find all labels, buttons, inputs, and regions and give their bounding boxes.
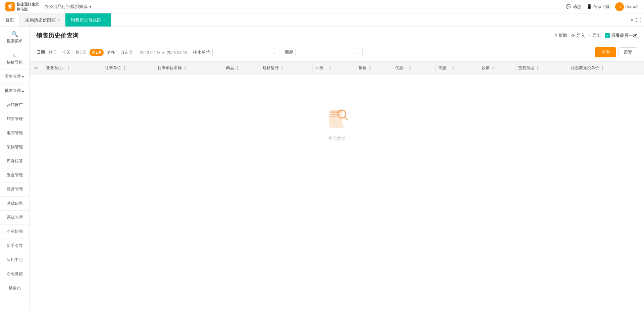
- sidebar-item-retail[interactable]: 零售管理 ▼: [0, 70, 29, 84]
- page-title: 销售历史价查询: [36, 32, 78, 40]
- topbar-left: 畅 畅捷通好生意 标准版 办公用品行业模拟账套 ▾: [5, 2, 94, 11]
- close-all-tabs-btn[interactable]: ×: [631, 17, 633, 23]
- date-more-btn[interactable]: 更多: [105, 49, 117, 56]
- user-menu[interactable]: d demo2: [615, 2, 639, 11]
- date-last1month-btn[interactable]: 近1月: [90, 49, 104, 56]
- sidebar-item-shortcut[interactable]: ☆ 快捷导航: [0, 48, 29, 70]
- sidebar-item-basic-info[interactable]: 基础信息: [0, 197, 29, 211]
- col-counterparty-code: 往来单位 ▲▼: [102, 62, 155, 74]
- date-label: 日期: [36, 49, 45, 55]
- date-filter-group: 日期 昨天 今天 近7天 近1月 更多 自定义: [36, 49, 135, 56]
- col-trade-type: 交易类型 ▲▼: [515, 62, 568, 74]
- sort-icon[interactable]: ▲▼: [452, 65, 454, 71]
- tab-sales-history[interactable]: 销售历史价跟踪 ×: [65, 13, 111, 27]
- sidebar-item-wholesale[interactable]: 批发管理 ▲: [0, 84, 29, 98]
- sidebar-item-newbie[interactable]: 新手引导: [0, 239, 29, 253]
- sidebar-item-ecommerce[interactable]: 电商管理: [0, 126, 29, 140]
- date-today-btn[interactable]: 今天: [60, 49, 72, 56]
- import-btn[interactable]: ⟳ 导入: [571, 33, 585, 39]
- counterparty-dots: ...: [273, 50, 276, 55]
- help-btn[interactable]: ? 帮助: [554, 33, 567, 39]
- empty-icon: [322, 101, 352, 132]
- tab-purchase-history[interactable]: 采购历史价跟踪 ×: [20, 13, 65, 27]
- sidebar-item-corp-wechat[interactable]: 企业微信: [0, 267, 29, 281]
- import-icon: ⟳: [571, 33, 575, 38]
- sidebar-item-inventory[interactable]: 库存核算: [0, 154, 29, 168]
- empty-state: 暂无数据: [30, 74, 644, 168]
- product-input[interactable]: [299, 50, 356, 55]
- empty-illustration: [322, 101, 352, 132]
- sort-icon[interactable]: ▲▼: [236, 65, 239, 71]
- sort-icon[interactable]: ▲▼: [536, 65, 539, 71]
- sort-icon[interactable]: ▲▼: [409, 65, 411, 71]
- settings-button[interactable]: 设置: [619, 47, 637, 57]
- logo-text: 畅捷通好生意 标准版: [17, 2, 39, 11]
- chevron-down-icon: ▼: [21, 75, 25, 79]
- only-last-checkbox[interactable]: ✓: [605, 33, 610, 38]
- topbar-right: 💬 消息 📱 App下载 d demo2: [566, 2, 639, 11]
- date-shortcuts: 昨天 今天 近7天 近1月 更多 自定义: [47, 49, 135, 56]
- query-button[interactable]: 查询: [595, 47, 616, 57]
- sidebar-item-member[interactable]: 畅会员: [0, 281, 29, 295]
- sidebar-item-operations[interactable]: 经营管理: [0, 183, 29, 197]
- sort-icon[interactable]: ▲▼: [601, 65, 604, 71]
- page-actions: ? 帮助 ⟳ 导入 ↑ 导出 ✓ 只看最后一次: [554, 33, 637, 39]
- fullscreen-btn[interactable]: ⛶: [636, 17, 641, 23]
- tabbar-actions: × ⛶: [627, 13, 644, 27]
- chevron-down-icon: ▾: [89, 4, 92, 9]
- counterparty-label: 往来单位: [193, 49, 210, 55]
- logo-area: 畅 畅捷通好生意 标准版: [5, 2, 39, 11]
- main-layout: 🔍 搜索菜单 ☆ 快捷导航 零售管理 ▼ 批发管理 ▲ 营销推广 销售管理 电商…: [0, 27, 644, 310]
- app-download-btn[interactable]: 📱 App下载: [587, 4, 610, 10]
- date-yesterday-btn[interactable]: 昨天: [47, 49, 59, 56]
- sidebar-item-enterprise[interactable]: 企业协同: [0, 225, 29, 239]
- tab-close-purchase[interactable]: ×: [58, 18, 60, 22]
- table-header-row: ⚙ 业务发生... ▲▼ 往来单位 ▲▼ 往来单位名称 ▲▼: [30, 62, 644, 74]
- help-icon: ?: [554, 33, 557, 38]
- export-btn[interactable]: ↑ 导出: [589, 33, 601, 39]
- sort-icon[interactable]: ▲▼: [329, 65, 331, 71]
- sidebar-item-marketing[interactable]: 营销推广: [0, 98, 29, 112]
- only-last-toggle[interactable]: ✓ 只看最后一次: [605, 33, 637, 39]
- date-custom-btn[interactable]: 自定义: [118, 49, 135, 56]
- sort-icon[interactable]: ▲▼: [369, 65, 371, 71]
- sidebar-item-system[interactable]: 系统管理: [0, 211, 29, 225]
- tabbar: 首页 采购历史价跟踪 × 销售历史价跟踪 × × ⛶: [0, 13, 644, 27]
- sort-icon[interactable]: ▲▼: [281, 65, 283, 71]
- counterparty-input[interactable]: [215, 50, 273, 55]
- product-input-wrapper[interactable]: ...: [296, 49, 363, 56]
- sidebar-item-sales-mgmt[interactable]: 销售管理: [0, 112, 29, 126]
- content-area: 销售历史价查询 ? 帮助 ⟳ 导入 ↑ 导出 ✓ 只看最后一次: [30, 27, 644, 310]
- sidebar-item-search[interactable]: 🔍 搜索菜单: [0, 27, 29, 48]
- col-quantity: 数量 ▲▼: [479, 62, 515, 74]
- date-last7days-btn[interactable]: 近7天: [74, 49, 88, 56]
- svg-rect-2: [330, 111, 341, 113]
- svg-point-7: [340, 112, 342, 114]
- sidebar-item-finance[interactable]: 资金管理: [0, 168, 29, 183]
- counterparty-input-wrapper[interactable]: ...: [212, 49, 279, 56]
- product-label: 商品: [285, 49, 293, 55]
- col-unit: 计量... ▲▼: [312, 62, 356, 74]
- settings-gear-icon[interactable]: ⚙: [34, 66, 38, 70]
- filter-bar: 日期 昨天 今天 近7天 近1月 更多 自定义 2023-02-18 至 202…: [30, 43, 644, 62]
- sidebar: 🔍 搜索菜单 ☆ 快捷导航 零售管理 ▼ 批发管理 ▲ 营销推广 销售管理 电商…: [0, 27, 30, 310]
- col-settings[interactable]: ⚙: [30, 62, 43, 74]
- svg-line-6: [345, 117, 348, 120]
- message-btn[interactable]: 💬 消息: [566, 4, 581, 10]
- empty-text: 暂无数据: [328, 136, 345, 142]
- export-icon: ↑: [589, 33, 591, 38]
- counterparty-filter-group: 往来单位 ...: [193, 49, 279, 56]
- tab-close-sales[interactable]: ×: [103, 18, 105, 22]
- data-table: ⚙ 业务发生... ▲▼ 往来单位 ▲▼ 往来单位名称 ▲▼: [30, 62, 644, 74]
- sort-icon[interactable]: ▲▼: [123, 65, 126, 71]
- search-icon: 🔍: [11, 31, 18, 37]
- tab-home[interactable]: 首页: [0, 13, 20, 27]
- sort-icon[interactable]: ▲▼: [67, 65, 70, 71]
- chevron-up-icon: ▲: [21, 89, 25, 93]
- app-selector[interactable]: 办公用品行业模拟账套 ▾: [42, 2, 94, 11]
- sidebar-item-purchase-mgmt[interactable]: 采购管理: [0, 140, 29, 154]
- sort-icon[interactable]: ▲▼: [492, 65, 494, 71]
- col-biz-date: 业务发生... ▲▼: [43, 62, 102, 74]
- sort-icon[interactable]: ▲▼: [184, 65, 186, 71]
- sidebar-item-app-center[interactable]: 应用中心: [0, 253, 29, 267]
